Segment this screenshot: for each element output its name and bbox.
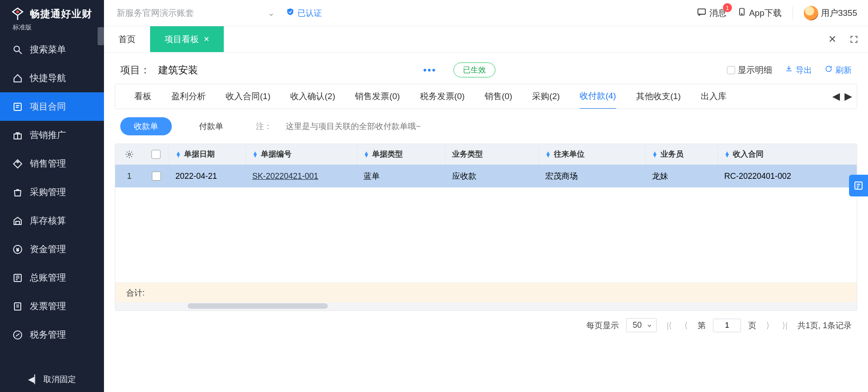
col-type[interactable]: ▲▼单据类型 xyxy=(357,144,445,164)
refresh-label: 刷新 xyxy=(835,65,852,76)
sidebar-item-ledger[interactable]: 总账管理 xyxy=(0,263,104,292)
subnav-sales-invoice[interactable]: 销售发票(0) xyxy=(355,84,400,109)
page-last[interactable]: ⟩| xyxy=(779,320,790,330)
filter-note-text: 这里是与项目关联的全部收付款单哦~ xyxy=(286,121,421,132)
sidebar-item-search[interactable]: 搜索菜单 xyxy=(0,35,104,64)
tabs-close-all[interactable]: ✕ xyxy=(826,33,838,45)
subnav-kanban[interactable]: 看板 xyxy=(134,84,151,109)
per-page-select[interactable]: 50 xyxy=(626,318,657,332)
col-date-label: 单据日期 xyxy=(184,149,215,159)
table-total-row: 合计: xyxy=(115,282,857,302)
subnav-sales[interactable]: 销售(0) xyxy=(485,84,512,109)
page-tabs: 首页 项目看板 ✕ ✕ xyxy=(104,26,868,53)
col-op[interactable]: ▲▼业务员 xyxy=(645,144,717,164)
sidebar-item-tax[interactable]: 税务管理 xyxy=(0,320,104,349)
subnav-purchase[interactable]: 采购(2) xyxy=(532,84,560,109)
col-contract[interactable]: ▲▼收入合同 xyxy=(717,144,830,164)
sidebar-item-label: 销售管理 xyxy=(30,158,66,170)
sort-icon: ▲▼ xyxy=(175,152,181,157)
cell-type: 蓝单 xyxy=(357,165,445,187)
col-type-label: 单据类型 xyxy=(372,149,403,159)
filter-row: 收款单 付款单 注： 这里是与项目关联的全部收付款单哦~ xyxy=(104,109,868,139)
col-btype[interactable]: 业务类型 xyxy=(445,144,538,164)
col-corp[interactable]: ▲▼往来单位 xyxy=(538,144,645,164)
total-label: 合计: xyxy=(126,287,145,298)
subnav-profit[interactable]: 盈利分析 xyxy=(171,84,206,109)
sidebar-item-label: 资金管理 xyxy=(30,243,66,255)
sidebar-item-marketing[interactable]: 营销推广 xyxy=(0,121,104,149)
sidebar-scrollbar[interactable] xyxy=(98,27,104,45)
page-next[interactable]: ⟩ xyxy=(764,320,772,330)
search-icon xyxy=(12,44,24,56)
col-date[interactable]: ▲▼单据日期 xyxy=(169,144,245,164)
refresh-button[interactable]: 刷新 xyxy=(825,65,852,76)
tab-home[interactable]: 首页 xyxy=(104,26,150,52)
row-checkbox[interactable] xyxy=(143,172,169,181)
refresh-icon xyxy=(825,65,833,75)
table-row[interactable]: 1 2022-04-21 SK-20220421-001 蓝单 应收款 宏茂商场… xyxy=(115,165,857,187)
page-first[interactable]: |⟨ xyxy=(664,320,675,330)
sidebar-item-project-contract[interactable]: 项目合同 xyxy=(0,92,104,121)
tab-project-board[interactable]: 项目看板 ✕ xyxy=(150,26,224,52)
svg-point-4 xyxy=(17,161,19,163)
fullscreen-icon[interactable] xyxy=(848,33,860,45)
tax-icon xyxy=(12,329,24,341)
sidebar-item-funds[interactable]: 资金管理 xyxy=(0,235,104,263)
subnav-receipt-payment[interactable]: 收付款(4) xyxy=(580,84,616,109)
header-checkbox[interactable] xyxy=(143,150,169,159)
status-badge: 已生效 xyxy=(453,62,495,77)
subnav-next[interactable]: ▶ xyxy=(844,91,852,102)
message-icon xyxy=(697,7,707,19)
project-header: 项目： 建筑安装 ••• 已生效 显示明细 导出 刷新 xyxy=(104,53,868,84)
subnav-other[interactable]: 其他收支(1) xyxy=(636,84,681,109)
more-icon[interactable]: ••• xyxy=(423,64,436,76)
sidebar-footer-label: 取消固定 xyxy=(43,374,76,385)
sidebar-item-label: 税务管理 xyxy=(30,329,66,341)
sidebar-item-inventory[interactable]: 库存核算 xyxy=(0,206,104,235)
filter-receipt[interactable]: 收款单 xyxy=(120,117,172,135)
gear-icon[interactable] xyxy=(115,150,143,159)
filter-payment[interactable]: 付款单 xyxy=(185,117,237,135)
download-label: App下载 xyxy=(749,7,782,19)
sidebar-item-purchase[interactable]: 采购管理 xyxy=(0,178,104,206)
subnav-inout[interactable]: 出入库 xyxy=(701,84,726,109)
username: 用户3355 xyxy=(821,7,857,19)
show-detail-toggle[interactable]: 显示明细 xyxy=(727,64,772,76)
subnav-prev[interactable]: ◀ xyxy=(832,91,840,102)
svg-point-0 xyxy=(16,10,19,13)
subnav-income-contract[interactable]: 收入合同(1) xyxy=(226,84,270,109)
page-prev[interactable]: ⟨ xyxy=(682,320,690,330)
sidebar-item-label: 采购管理 xyxy=(30,186,66,198)
horizontal-scrollbar[interactable] xyxy=(115,302,857,311)
chevron-down-icon: ⌄ xyxy=(268,8,275,18)
brand-edition: 标准版 xyxy=(0,24,104,32)
topbar-download[interactable]: App下载 xyxy=(737,7,782,19)
sidebar-item-sales[interactable]: 销售管理 xyxy=(0,149,104,178)
topbar-messages[interactable]: 消息 1 xyxy=(697,7,726,19)
export-button[interactable]: 导出 xyxy=(785,65,812,76)
sidebar-item-quicknav[interactable]: 快捷导航 xyxy=(0,64,104,92)
topbar-user[interactable]: 用户3355 xyxy=(804,6,857,20)
collapse-icon: ◀▏ xyxy=(28,374,41,384)
sidebar-item-invoice[interactable]: 发票管理 xyxy=(0,292,104,320)
show-detail-label: 显示明细 xyxy=(738,64,772,76)
page-input[interactable] xyxy=(713,319,741,332)
col-no[interactable]: ▲▼单据编号 xyxy=(245,144,357,164)
account-select[interactable]: 新服务官网演示账套 ⌄ xyxy=(117,7,275,19)
subnav-income-confirm[interactable]: 收入确认(2) xyxy=(290,84,335,109)
bag-icon xyxy=(12,186,24,198)
main-area: 新服务官网演示账套 ⌄ 已认证 消息 1 App下载 用户3355 首页 项目看… xyxy=(104,0,868,392)
topbar: 新服务官网演示账套 ⌄ 已认证 消息 1 App下载 用户3355 xyxy=(104,0,868,26)
close-icon[interactable]: ✕ xyxy=(203,35,209,43)
float-action-button[interactable] xyxy=(849,175,868,196)
sidebar-nav: 搜索菜单 快捷导航 项目合同 营销推广 销售管理 采购管理 库存核算 资金管理 xyxy=(0,35,104,367)
sidebar-unpin[interactable]: ◀▏ 取消固定 xyxy=(0,367,104,392)
subnav-tax-invoice[interactable]: 税务发票(0) xyxy=(420,84,465,109)
cell-no-link[interactable]: SK-20220421-001 xyxy=(252,172,318,181)
money-icon xyxy=(12,244,24,255)
col-corp-label: 往来单位 xyxy=(554,149,585,159)
sidebar: 畅捷通好业财 标准版 搜索菜单 快捷导航 项目合同 营销推广 销售管理 采购管理 xyxy=(0,0,104,392)
verified-text: 已认证 xyxy=(297,8,322,19)
sort-icon: ▲▼ xyxy=(652,152,658,157)
notification-badge: 1 xyxy=(723,3,732,12)
